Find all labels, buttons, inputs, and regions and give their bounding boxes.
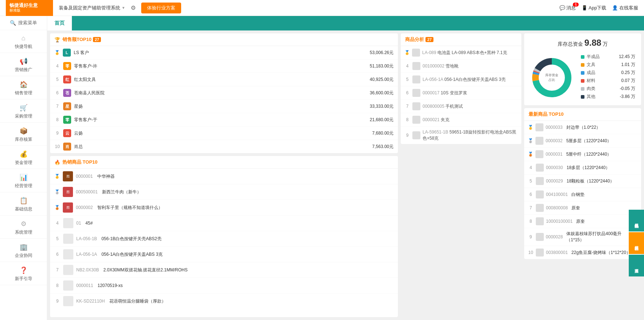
- rank-icon: 🥉: [528, 152, 533, 157]
- online-service-btn[interactable]: 👤 在线客服: [612, 5, 638, 11]
- rank-icon: 🥈: [54, 189, 60, 194]
- legend-dot: [581, 71, 584, 75]
- new-product-row: 7 000800008 原奎: [524, 201, 641, 215]
- mid-product-row: 8 0000021 夹克: [401, 113, 521, 127]
- product-row: 7 NB2.0X30B 2.0X30MM双搓花轴.搓花直径2.1MM/ROHS: [50, 262, 398, 278]
- chevron-down-icon: ▼: [122, 6, 125, 10]
- customers-title: 销售额TOP10 27: [62, 36, 101, 43]
- sidebar-item-marketing[interactable]: 📢 营销推广: [0, 53, 47, 76]
- customer-row: 4 零 零售客户-许 51,183.00元: [50, 60, 398, 73]
- avatar: 红: [63, 75, 71, 83]
- sidebar-item-enterprise[interactable]: 🏢 企业协同: [0, 239, 47, 262]
- customer-row: 8 零 零售客户-于 21,680.00元: [50, 113, 398, 127]
- rank-icon: 🥉: [54, 205, 60, 210]
- legend-item: 其他 -3.86 万: [581, 94, 635, 100]
- rank-icon: 🥈: [528, 138, 533, 143]
- house-icon: 🏠: [20, 81, 28, 89]
- sidebar-item-inventory[interactable]: 📦 库存核算: [0, 123, 47, 146]
- product-thumb: [63, 296, 73, 306]
- trial-button[interactable]: 体验行业方案: [141, 3, 181, 13]
- small-thumb: [536, 204, 544, 212]
- search-menu[interactable]: 🔍 搜索菜单: [0, 16, 47, 30]
- mid-product-row: 6 0000017 10S 变扭罗浆: [401, 86, 521, 100]
- avatar: 苍: [63, 89, 71, 97]
- customer-row: 5 红 红太阳文具 40,925.00元: [50, 73, 398, 86]
- live-stream-btn[interactable]: 直播: [629, 255, 644, 276]
- service-community-btn[interactable]: 服务社区: [629, 232, 644, 254]
- new-product-row: 5 0000029 18颗粒板（1220*2440）: [524, 175, 641, 188]
- small-thumb: [536, 233, 544, 241]
- sidebar-item-sales[interactable]: 🏠 销售管理: [0, 76, 47, 99]
- rank-icon: 🥇: [404, 50, 410, 55]
- float-service: 客服热线 服务社区 直播: [629, 210, 644, 276]
- new-product-row: 9 0000028 体娱嘉枝味苏打饮品400毫升（1*15）: [524, 228, 641, 246]
- sidebar-item-purchase[interactable]: 🛒 采购管理: [0, 99, 47, 123]
- small-thumb: [412, 131, 420, 139]
- small-thumb: [412, 62, 420, 70]
- small-thumb: [536, 217, 544, 225]
- legend-item: 成品 0.25 万: [581, 70, 635, 76]
- box-icon: 📦: [20, 127, 28, 135]
- system-selector[interactable]: 装备及固定资产辅助管理系统 ▼: [59, 5, 125, 11]
- avatar: 星: [63, 102, 71, 110]
- sidebar-item-finance[interactable]: 💰 资金管理: [0, 146, 47, 169]
- sidebar-item-system[interactable]: ⚙ 系统管理: [0, 216, 47, 239]
- avatar: 肖: [63, 143, 71, 151]
- small-thumb: [412, 49, 420, 57]
- new-product-row: 10 003800001 22g鱼豆腐-烧烤味（1*12*20）: [524, 246, 641, 259]
- sidebar-item-guide[interactable]: ❓ 新手引导: [0, 262, 47, 285]
- new-product-row: 4 0000030 18多层（1220*2440）: [524, 161, 641, 175]
- mid-product-row: 4 001000002 雪地靴: [401, 60, 521, 73]
- rank-icon: 🥇: [54, 50, 60, 55]
- avatar: 零: [63, 62, 71, 70]
- legend-item: 文具 1.01 万: [581, 62, 635, 68]
- customer-row: 9 云 云扬 7,680.00元: [50, 127, 398, 140]
- customer-service-hotline-btn[interactable]: 客服热线: [629, 210, 644, 231]
- sidebar-item-quick-nav[interactable]: ⌂ 快捷导航: [0, 30, 47, 53]
- customer-row: 🥇 L LS 客户 53,006.26元: [50, 46, 398, 60]
- product-thumb: [63, 265, 73, 275]
- product-thumb: [63, 234, 73, 244]
- donut-chart: 库存资金 占比: [530, 56, 574, 99]
- product-row: 4 01 45#: [50, 216, 398, 231]
- small-thumb: [412, 75, 420, 83]
- product-thumb: [63, 280, 73, 291]
- system-name: 装备及固定资产辅助管理系统: [59, 5, 120, 11]
- small-thumb: [536, 190, 544, 198]
- cart-icon: 🛒: [20, 104, 28, 112]
- customer-row: 6 苍 苍南县人民医院 36,600.00元: [50, 86, 398, 100]
- app-download-btn[interactable]: 📱 App下载: [582, 5, 606, 11]
- small-thumb: [412, 102, 420, 110]
- dashboard: 🏆 销售额TOP10 27 🥇 L LS 客户 53,006.26元: [47, 30, 644, 320]
- inventory-total: 库存总资金 9.88 万: [524, 33, 641, 50]
- settings-icon[interactable]: ⚙: [128, 3, 138, 13]
- notification-badge: 6: [573, 3, 579, 7]
- product-row: 5 LA-056-1B 056-1B白色按键开关壳ABS2壳: [50, 231, 398, 247]
- notifications-btn[interactable]: 💬 消息 6: [559, 5, 576, 11]
- mid-product-row: 🥇 LA-089 电池盖 LA-089 ABS本色+黑种 7.1克: [401, 46, 521, 60]
- legend-item: 肉类 -0.05 万: [581, 86, 635, 92]
- avatar: 云: [63, 129, 71, 137]
- building-icon: 🏢: [20, 243, 28, 251]
- sidebar: 🔍 搜索菜单 ⌂ 快捷导航 📢 营销推广 🏠 销售管理 🛒 采购管理 📦 库存核…: [0, 16, 47, 320]
- new-products-card: 最新商品 TOP10 🥇 0000033 封边带（1.0*22） 🥈 00000…: [524, 108, 641, 259]
- rank-num: 4: [54, 63, 60, 69]
- sidebar-item-basic[interactable]: 📋 基础信息: [0, 192, 47, 216]
- gear-icon: ⚙: [21, 220, 27, 228]
- avatar: 零: [63, 116, 71, 124]
- new-product-row: 6 004100001 白钢垫: [524, 188, 641, 201]
- rank-icon: 🥇: [528, 125, 533, 130]
- list-icon: 📋: [20, 197, 28, 205]
- legend-dot: [581, 63, 584, 67]
- sidebar-item-operations[interactable]: 📊 经营管理: [0, 169, 47, 192]
- legend: 半成品 12.45 万 文具 1.01 万 成品 0: [581, 54, 635, 102]
- tab-home[interactable]: 首页: [47, 16, 72, 30]
- trophy-icon: 🏆: [54, 37, 60, 42]
- small-thumb: [535, 123, 543, 131]
- legend-dot: [581, 55, 584, 59]
- product-thumb: [63, 249, 73, 259]
- inventory-card: 库存总资金 9.88 万: [524, 33, 641, 105]
- product-thumb: 图: [63, 171, 73, 181]
- small-thumb: [536, 249, 544, 257]
- small-thumb: [536, 164, 544, 172]
